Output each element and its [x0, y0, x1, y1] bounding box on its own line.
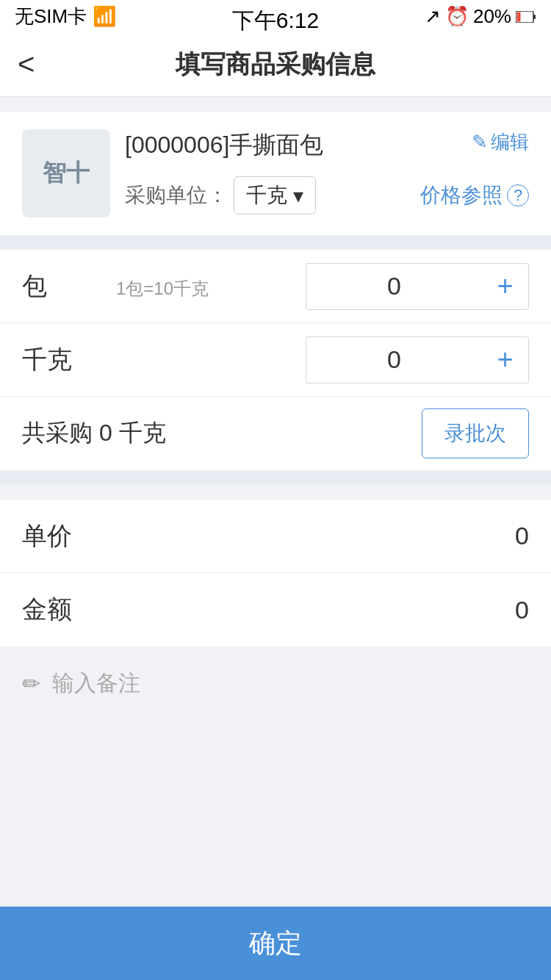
price-section: 单价 0 金额 0	[0, 500, 551, 646]
remark-section: ✏ 输入备注	[0, 646, 551, 721]
bag-input-row: 包 1包=10千克 +	[0, 250, 551, 323]
section-divider-1	[0, 235, 551, 250]
amount-value: 0	[515, 596, 529, 624]
product-image: 智十	[22, 129, 110, 217]
unit-value: 千克	[246, 181, 287, 209]
battery-icon	[516, 5, 536, 28]
price-ref-icon: ?	[507, 184, 529, 206]
kg-input-right: +	[306, 336, 529, 383]
status-time: 下午6:12	[232, 6, 319, 36]
kg-quantity-input[interactable]	[306, 336, 482, 383]
unit-select-dropdown[interactable]: 千克 ▾	[234, 176, 316, 215]
price-reference-button[interactable]: 价格参照 ?	[420, 181, 529, 209]
product-card: 智十 [0000006]手撕面包 ✎ 编辑 采购单位： 千克 ▾ 价格参照 ?	[0, 112, 551, 235]
page-title: 填写商品采购信息	[176, 48, 375, 82]
status-bar: 无SIM卡 📶 下午6:12 ↗ ⏰ 20%	[0, 0, 551, 32]
status-left: 无SIM卡 📶	[15, 4, 116, 29]
product-image-text: 智十	[43, 157, 90, 190]
nav-bar: < 填写商品采购信息	[0, 32, 551, 97]
status-right: ↗ ⏰ 20%	[425, 5, 536, 28]
kg-input-row: 千克 +	[0, 323, 551, 397]
unit-price-row: 单价 0	[0, 500, 551, 573]
unit-row-left: 采购单位： 千克 ▾	[125, 176, 316, 215]
bag-plus-button[interactable]: +	[482, 263, 529, 310]
wifi-icon: 📶	[93, 5, 116, 28]
unit-price-value: 0	[515, 522, 529, 550]
back-button[interactable]: <	[18, 48, 35, 81]
svg-rect-1	[533, 15, 536, 19]
kg-label: 千克	[22, 343, 110, 377]
edit-label: 编辑	[491, 129, 529, 155]
product-info: [0000006]手撕面包 ✎ 编辑 采购单位： 千克 ▾ 价格参照 ?	[125, 129, 529, 215]
quantity-section: 包 1包=10千克 + 千克 +	[0, 250, 551, 397]
edit-button[interactable]: ✎ 编辑	[472, 129, 529, 155]
unit-label: 采购单位：	[125, 181, 228, 209]
kg-plus-button[interactable]: +	[482, 336, 529, 383]
amount-label: 金额	[22, 593, 72, 627]
price-ref-label: 价格参照	[420, 181, 503, 209]
bag-sublabel: 1包=10千克	[116, 277, 209, 300]
svg-rect-2	[517, 12, 521, 21]
confirm-button[interactable]: 确定	[0, 907, 551, 980]
batch-button[interactable]: 录批次	[422, 408, 529, 458]
unit-price-label: 单价	[22, 519, 72, 553]
summary-text: 共采购 0 千克	[22, 417, 166, 450]
bag-label-group: 包 1包=10千克	[22, 270, 209, 303]
pencil-icon: ✏	[22, 671, 40, 696]
amount-row: 金额 0	[0, 573, 551, 646]
bag-quantity-input[interactable]	[306, 263, 482, 310]
location-icon: ↗	[425, 5, 441, 28]
battery-text: 20%	[473, 5, 511, 28]
carrier-text: 无SIM卡	[15, 4, 87, 29]
bag-label: 包	[22, 270, 110, 303]
confirm-label: 确定	[249, 926, 302, 962]
product-header: [0000006]手撕面包 ✎ 编辑	[125, 129, 529, 162]
alarm-icon: ⏰	[445, 5, 469, 28]
product-name: [0000006]手撕面包	[125, 129, 323, 162]
section-divider-2	[0, 470, 551, 485]
remark-input-placeholder[interactable]: 输入备注	[52, 669, 140, 699]
dropdown-arrow: ▾	[293, 184, 303, 208]
summary-row: 共采购 0 千克 录批次	[0, 397, 551, 470]
product-unit-row: 采购单位： 千克 ▾ 价格参照 ?	[125, 176, 529, 215]
bag-input-right: +	[306, 263, 529, 310]
edit-icon: ✎	[472, 131, 488, 154]
